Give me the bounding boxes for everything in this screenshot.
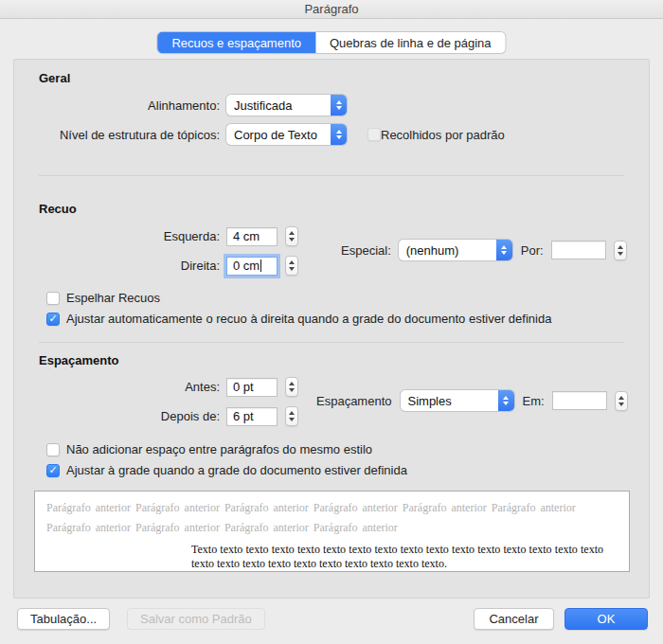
especial-popup[interactable]: (nenhum) (399, 240, 512, 260)
nivel-topicos-label: Nível de estrutura de tópicos: (14, 128, 226, 142)
alinhamento-popup[interactable]: Justificada (226, 95, 347, 116)
salvar-padrao-button: Salvar como Padrão (127, 608, 265, 630)
espacamento-linhas-label: Espaçamento (316, 394, 392, 408)
depois-label: Depois de: (14, 409, 226, 423)
tab-control: Recuos e espaçamento Quebras de linha e … (157, 32, 505, 53)
recolhidos-label: Recolhidos por padrão (381, 128, 505, 142)
ajustar-recuo-label: Ajustar automaticamente o recuo à direit… (66, 312, 551, 326)
dialog-title: Parágrafo (304, 2, 358, 16)
espacamento-linhas-popup[interactable]: Simples (401, 390, 514, 411)
direita-label: Direita: (14, 259, 226, 273)
ajustar-recuo-checkbox[interactable]: ✓ (46, 313, 60, 326)
nivel-topicos-value: Corpo de Texto (226, 128, 331, 142)
espacamento-linhas-value: Simples (401, 394, 498, 408)
por-field[interactable] (551, 241, 606, 259)
content-panel: Geral Alinhamento: Justificada Nível de … (13, 59, 650, 599)
checkmark-icon: ✓ (48, 313, 57, 324)
antes-value: 0 pt (233, 380, 254, 394)
esquerda-field[interactable]: 4 cm (226, 227, 278, 246)
em-label: Em: (523, 394, 545, 408)
section-heading-recuo: Recuo (39, 202, 77, 216)
direita-stepper[interactable] (285, 256, 298, 276)
espelhar-recuos-checkbox[interactable] (46, 292, 60, 305)
depois-stepper[interactable] (285, 406, 298, 426)
tabulacao-button[interactable]: Tabulação... (17, 608, 110, 630)
ajustar-grade-label: Ajustar à grade quando a grade do docume… (66, 463, 407, 477)
tab-quebras-linha-pagina[interactable]: Quebras de linha e de página (315, 32, 506, 53)
alinhamento-label: Alinhamento: (14, 98, 226, 113)
nao-adicionar-espaco-checkbox[interactable] (46, 443, 60, 456)
popup-chevrons-icon (331, 124, 347, 145)
preview-current-paragraph: Texto texto texto texto texto texto text… (191, 543, 603, 571)
antes-stepper[interactable] (285, 377, 298, 397)
por-label: Por: (521, 243, 544, 258)
cancelar-button[interactable]: Cancelar (474, 608, 554, 630)
paragraph-dialog: Parágrafo Recuos e espaçamento Quebras d… (0, 0, 663, 644)
ajustar-grade-checkbox[interactable]: ✓ (46, 464, 60, 477)
esquerda-value: 4 cm (233, 229, 260, 243)
section-heading-espacamento: Espaçamento (39, 353, 119, 367)
section-divider (39, 342, 624, 343)
popup-chevrons-icon (331, 95, 347, 116)
por-stepper[interactable] (614, 241, 627, 260)
espelhar-recuos-label: Espelhar Recuos (66, 291, 160, 305)
section-divider (39, 175, 624, 176)
esquerda-stepper[interactable] (285, 226, 298, 246)
popup-chevrons-icon (498, 390, 514, 411)
recolhidos-checkbox-group: Recolhidos por padrão (367, 128, 505, 142)
direita-value: 0 cm (233, 259, 260, 273)
em-field[interactable] (552, 391, 607, 410)
nivel-topicos-popup[interactable]: Corpo de Texto (226, 124, 347, 145)
depois-value: 6 pt (233, 409, 254, 423)
direita-field[interactable]: 0 cm (226, 257, 278, 276)
em-stepper[interactable] (615, 391, 628, 411)
ok-button[interactable]: OK (564, 608, 648, 630)
especial-label: Especial: (341, 243, 391, 258)
section-heading-geral: Geral (39, 71, 70, 85)
especial-value: (nenhum) (399, 243, 496, 258)
esquerda-label: Esquerda: (14, 229, 226, 243)
alinhamento-value: Justificada (226, 98, 331, 113)
text-cursor (260, 259, 261, 272)
recolhidos-checkbox (367, 128, 381, 141)
checkmark-icon: ✓ (48, 465, 57, 475)
depois-field[interactable]: 6 pt (226, 407, 278, 426)
popup-chevrons-icon (496, 240, 512, 260)
preview-pane: Parágrafo anterior Parágrafo anterior Pa… (34, 491, 630, 572)
tab-recuos-espacamento[interactable]: Recuos e espaçamento (157, 32, 315, 53)
title-bar: Parágrafo (0, 0, 663, 19)
nao-adicionar-espaco-label: Não adicionar espaço entre parágrafos do… (66, 442, 372, 456)
antes-field[interactable]: 0 pt (226, 378, 278, 397)
antes-label: Antes: (14, 380, 226, 394)
preview-previous-paragraph: Parágrafo anterior Parágrafo anterior Pa… (46, 498, 618, 538)
